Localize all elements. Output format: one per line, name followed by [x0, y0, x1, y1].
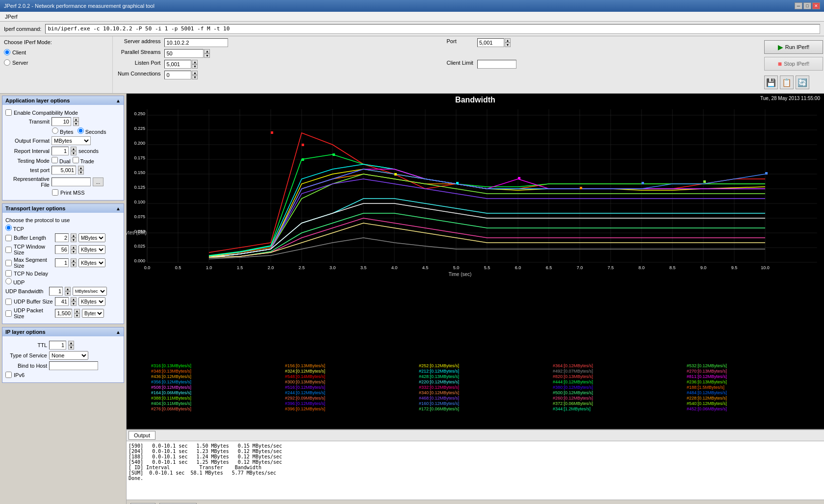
ttl-input[interactable] [49, 341, 66, 350]
svg-text:9.5: 9.5 [731, 265, 738, 270]
maximize-button[interactable]: □ [803, 2, 811, 9]
dual-option[interactable]: Dual [52, 157, 71, 164]
tcp-window-input[interactable] [55, 245, 69, 254]
buffer-length-unit[interactable]: MBytes KBytes [78, 233, 105, 242]
rep-file-input[interactable] [52, 177, 91, 186]
test-port-row: test port ▲ ▼ [5, 166, 121, 175]
port-input[interactable] [477, 38, 504, 47]
app-layer-header[interactable]: Application layer options ▲ [2, 96, 124, 105]
test-port-input[interactable] [52, 166, 76, 175]
transmit-up[interactable]: ▲ [73, 117, 79, 122]
udp-pkt-down[interactable]: ▼ [74, 313, 80, 318]
report-interval-input[interactable] [52, 147, 69, 155]
buf-len-up[interactable]: ▲ [71, 233, 77, 238]
print-mss-checkbox[interactable] [52, 189, 58, 196]
listen-port-down[interactable]: ▼ [192, 64, 198, 69]
transmit-down[interactable]: ▼ [73, 122, 79, 126]
trade-option[interactable]: Trade [73, 157, 94, 164]
parallel-streams-input[interactable] [164, 49, 204, 58]
compat-mode-checkbox[interactable] [5, 109, 12, 116]
app-layer-collapse[interactable]: ▲ [116, 98, 121, 103]
menu-item-jperf[interactable]: JPerf [2, 13, 21, 21]
udp-bandwidth-unit[interactable]: MBytes/sec KBytes/sec [73, 287, 107, 296]
server-mode-option[interactable]: Server [4, 59, 108, 66]
testing-mode-row: Testing Mode Dual Trade [5, 157, 121, 164]
test-port-up[interactable]: ▲ [78, 166, 84, 170]
output-format-select[interactable]: MBytes KBytes Bits [52, 136, 91, 145]
seconds-option[interactable]: Seconds [77, 127, 106, 135]
num-connections-input[interactable] [164, 71, 191, 79]
command-input[interactable] [45, 24, 820, 34]
buf-len-down[interactable]: ▼ [71, 238, 77, 242]
udp-packet-input[interactable] [55, 309, 72, 318]
server-radio[interactable] [4, 59, 10, 66]
num-conn-down[interactable]: ▼ [192, 75, 198, 79]
close-button[interactable]: ✕ [812, 2, 820, 9]
listen-port-label: Listen Port [118, 60, 160, 69]
copy-icon-button[interactable]: 📋 [780, 76, 794, 89]
udp-bandwidth-input[interactable] [49, 287, 63, 296]
bind-host-input[interactable] [49, 361, 98, 370]
transport-layer-header[interactable]: Transport layer options ▲ [2, 204, 124, 213]
client-mode-option[interactable]: Client [4, 49, 108, 55]
interval-up[interactable]: ▲ [71, 147, 77, 151]
tcp-radio[interactable] [5, 225, 12, 231]
max-seg-up[interactable]: ▲ [71, 258, 77, 263]
udp-buffer-checkbox[interactable] [5, 299, 12, 305]
tos-select[interactable]: None Low Delay Throughput [49, 351, 88, 360]
max-segment-input[interactable] [55, 258, 69, 267]
tcp-window-checkbox[interactable] [5, 247, 12, 253]
ip-layer-header[interactable]: IP layer options ▲ [2, 328, 124, 336]
transmit-input[interactable] [52, 117, 71, 126]
tcp-window-unit[interactable]: KBytes MBytes [78, 245, 105, 254]
parallel-up[interactable]: ▲ [204, 49, 210, 53]
test-port-down[interactable]: ▼ [78, 170, 84, 175]
listen-port-up[interactable]: ▲ [192, 60, 198, 64]
ip-layer-collapse[interactable]: ▲ [116, 329, 121, 335]
output-text[interactable]: [590] 0.0-10.1 sec 1.50 MBytes 0.15 MByt… [127, 441, 824, 500]
port-up[interactable]: ▲ [505, 38, 511, 43]
udp-buf-up[interactable]: ▲ [71, 297, 77, 302]
tcp-win-down[interactable]: ▼ [71, 250, 77, 254]
udp-buffer-unit[interactable]: KBytes MBytes [78, 297, 105, 306]
udp-radio[interactable] [5, 278, 12, 284]
buffer-length-checkbox[interactable] [5, 235, 12, 241]
parallel-down[interactable]: ▼ [204, 53, 210, 58]
minimize-button[interactable]: ─ [795, 2, 802, 9]
tcp-win-up[interactable]: ▲ [71, 245, 77, 250]
save-icon-button[interactable]: 💾 [764, 76, 778, 89]
max-segment-checkbox[interactable] [5, 260, 12, 266]
interval-down[interactable]: ▼ [71, 151, 77, 155]
refresh-icon-button[interactable]: 🔄 [796, 76, 809, 89]
max-seg-down[interactable]: ▼ [71, 263, 77, 267]
udp-buffer-input[interactable] [55, 297, 69, 306]
ipv6-checkbox[interactable] [5, 372, 12, 378]
udp-buf-down[interactable]: ▼ [71, 302, 77, 306]
svg-text:6.5: 6.5 [546, 265, 552, 270]
buffer-length-input[interactable] [55, 233, 69, 242]
udp-bw-up[interactable]: ▲ [65, 287, 71, 291]
num-conn-up[interactable]: ▲ [192, 71, 198, 75]
client-radio[interactable] [4, 49, 10, 55]
legend-300: #300:[0.13MBytes/s] [285, 379, 418, 384]
client-limit-input[interactable] [477, 60, 516, 69]
browse-button[interactable]: ... [93, 177, 103, 186]
ttl-down[interactable]: ▼ [68, 345, 74, 350]
run-iperf-button[interactable]: ▶ Run IPerf! [764, 40, 823, 54]
output-tab[interactable]: Output [129, 431, 155, 440]
udp-packet-unit[interactable]: Bytes KBytes [82, 309, 104, 318]
port-down[interactable]: ▼ [505, 43, 511, 47]
stop-iperf-button[interactable]: ■ Stop IPerf! [764, 57, 823, 71]
bytes-option[interactable]: Bytes [52, 127, 74, 135]
max-segment-unit[interactable]: KBytes MBytes [78, 258, 105, 267]
no-delay-checkbox[interactable] [5, 270, 12, 277]
udp-pkt-up[interactable]: ▲ [74, 309, 80, 313]
transport-layer-collapse[interactable]: ▲ [116, 206, 121, 211]
listen-port-input[interactable] [164, 60, 191, 69]
legend-340: #340:[0.12MBytes/s] [419, 390, 552, 395]
ttl-up[interactable]: ▲ [68, 341, 74, 345]
udp-packet-checkbox[interactable] [5, 310, 12, 317]
transport-layer-section: Transport layer options ▲ Choose the pro… [2, 203, 124, 324]
udp-bw-down[interactable]: ▼ [65, 291, 71, 296]
server-address-input[interactable] [164, 38, 228, 47]
